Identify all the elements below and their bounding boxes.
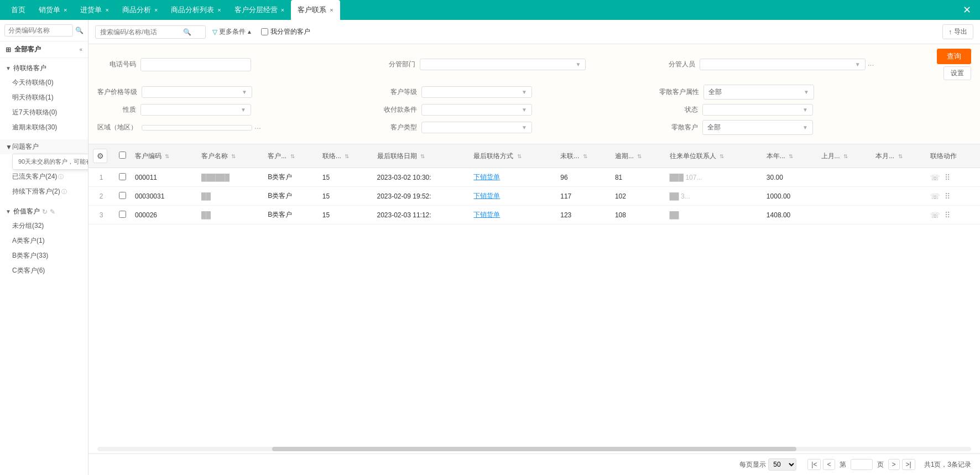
- horizontal-scrollbar[interactable]: [97, 447, 971, 451]
- cell-contact-2: 15: [318, 187, 373, 206]
- cell-actions-3: ☏ ⠿: [926, 206, 980, 225]
- tab-close-purchase-order[interactable]: ×: [105, 7, 108, 13]
- cell-name-2: ██: [197, 187, 263, 206]
- first-page-button[interactable]: |<: [807, 459, 821, 470]
- th-this-year[interactable]: 本年... ⇅: [762, 144, 817, 168]
- tab-close-sales-order[interactable]: ×: [64, 7, 67, 13]
- sidebar-item-today-contact[interactable]: 今天待联络(0): [0, 75, 88, 90]
- sidebar-item-unclassified[interactable]: 未分组(32): [0, 218, 88, 233]
- cell-last-method-3[interactable]: 下销货单: [469, 206, 556, 225]
- th-this-month[interactable]: 本月... ⇅: [871, 144, 926, 168]
- tab-customer-tier[interactable]: 客户分层经营 ×: [228, 0, 291, 20]
- row-check-2[interactable]: [119, 192, 126, 199]
- sidebar-item-overdue-contact[interactable]: 逾期未联络(30): [0, 120, 88, 135]
- person-select[interactable]: ▼: [700, 59, 866, 70]
- payment-select[interactable]: ▼: [421, 104, 532, 116]
- next-page-button[interactable]: >: [888, 459, 900, 470]
- expand-arrow-pending: ▼: [6, 65, 11, 71]
- sidebar-item-7days-contact[interactable]: 近7天待联络(0): [0, 105, 88, 120]
- th-type[interactable]: 客户... ⇅: [263, 144, 318, 168]
- edit-icon[interactable]: ✎: [50, 208, 55, 216]
- prev-page-button[interactable]: <: [823, 459, 835, 470]
- tab-product-analysis[interactable]: 商品分析 ×: [116, 0, 164, 20]
- sidebar-search-icon[interactable]: 🔍: [75, 27, 84, 34]
- customer-grade-select[interactable]: ▼: [421, 86, 532, 98]
- tab-product-analysis-list[interactable]: 商品分析列表 ×: [164, 0, 227, 20]
- filter-settings-button[interactable]: 设置: [943, 66, 971, 80]
- th-code[interactable]: 客户编码 ⇅: [131, 144, 197, 168]
- phone-input[interactable]: [140, 58, 251, 71]
- person-more-icon[interactable]: ···: [868, 60, 874, 69]
- sidebar-item-class-c[interactable]: C类客户(6): [0, 263, 88, 278]
- sidebar-item-declining[interactable]: 持续下滑客户(2) ⓘ: [0, 184, 88, 199]
- my-customers-checkbox[interactable]: 我分管的客户: [261, 27, 310, 36]
- th-name[interactable]: 客户名称 ⇅: [197, 144, 263, 168]
- last-page-button[interactable]: >|: [902, 459, 915, 470]
- table-row: 2 00030031 ██ B类客户 15 2023-02-09 19:52: …: [88, 187, 980, 206]
- cell-last-method-1[interactable]: 下销货单: [469, 168, 556, 187]
- action-chat-icon-2[interactable]: ☏: [930, 192, 940, 201]
- sidebar-item-class-b[interactable]: B类客户(33): [0, 248, 88, 263]
- tab-close-customer-contact[interactable]: ×: [330, 7, 333, 13]
- query-button[interactable]: 查询: [937, 49, 971, 64]
- th-overdue[interactable]: 逾期... ⇅: [611, 144, 665, 168]
- filter-row-3: 性质 ▼ 收付款条件 ▼ 状态: [97, 104, 971, 116]
- group-header-value[interactable]: ▼ 价值客户 ↻ ✎: [0, 203, 88, 218]
- tab-customer-contact[interactable]: 客户联系 ×: [291, 0, 340, 20]
- sidebar-item-churned[interactable]: 已流失客户(24) ⓘ: [0, 169, 88, 184]
- tab-close-product-analysis[interactable]: ×: [154, 7, 158, 13]
- group-header-problem[interactable]: ▼ 问题客户: [0, 139, 88, 154]
- filter-search-icon[interactable]: 🔍: [183, 28, 191, 36]
- tab-close-customer-tier[interactable]: ×: [281, 7, 284, 13]
- per-page-select[interactable]: 50 20 100: [768, 458, 796, 471]
- th-last-month[interactable]: 上月... ⇅: [817, 144, 872, 168]
- th-not-contacted[interactable]: 未联... ⇅: [556, 144, 611, 168]
- group-header-pending-contact[interactable]: ▼ 待联络客户: [0, 60, 88, 75]
- select-all-checkbox[interactable]: [119, 152, 126, 159]
- tab-home[interactable]: 首页: [4, 0, 32, 20]
- my-customers-check[interactable]: [261, 28, 268, 35]
- per-page-selector: 每页显示 50 20 100: [739, 458, 799, 471]
- table-settings-gear[interactable]: ⚙: [93, 149, 107, 163]
- nature-select[interactable]: ▼: [140, 104, 251, 116]
- table-footer: 每页显示 50 20 100 |< < 第 1 页 > >| 共1页，3条记录: [88, 453, 980, 475]
- refresh-icon[interactable]: ↻: [42, 208, 48, 216]
- export-button[interactable]: ↑ 导出: [942, 24, 973, 39]
- dept-select[interactable]: ▼: [420, 59, 586, 70]
- customer-type-select[interactable]: ▼: [421, 122, 532, 133]
- th-last-method[interactable]: 最后联络方式 ⇅: [469, 144, 556, 168]
- sidebar-search-input[interactable]: [4, 24, 73, 36]
- window-close-button[interactable]: ✕: [958, 4, 976, 16]
- dept-chevron-icon: ▼: [575, 61, 581, 67]
- field-payment: 收付款条件 ▼: [378, 104, 646, 116]
- action-more-icon-3[interactable]: ⠿: [945, 211, 950, 220]
- retail-attr-select[interactable]: 全部 ▼: [703, 85, 814, 100]
- region-more-icon[interactable]: ···: [254, 123, 261, 132]
- region-select[interactable]: [142, 125, 252, 131]
- action-chat-icon-1[interactable]: ☏: [930, 173, 940, 182]
- page-number-input[interactable]: 1: [851, 459, 873, 470]
- sidebar-item-tomorrow-contact[interactable]: 明天待联络(1): [0, 90, 88, 105]
- action-more-icon-2[interactable]: ⠿: [945, 192, 950, 201]
- th-last-date[interactable]: 最后联络日期 ⇅: [373, 144, 470, 168]
- tab-close-product-analysis-list[interactable]: ×: [217, 7, 221, 13]
- row-check-3[interactable]: [119, 211, 126, 218]
- more-conditions-button[interactable]: ▽ 更多条件 ▲: [212, 27, 252, 36]
- th-contact-person[interactable]: 往来单位联系人 ⇅: [665, 144, 762, 168]
- tab-sales-order[interactable]: 销货单 ×: [32, 0, 74, 20]
- sidebar-item-class-a[interactable]: A类客户(1): [0, 233, 88, 248]
- th-contact[interactable]: 联络... ⇅: [318, 144, 373, 168]
- collapse-icon[interactable]: «: [79, 46, 82, 53]
- price-tier-select[interactable]: ▼: [142, 86, 252, 98]
- pagination-nav: |< < 第 1 页 > >|: [807, 459, 915, 470]
- all-customers-item[interactable]: ⊞ 全部客户 «: [0, 41, 88, 58]
- filter-search-input[interactable]: [100, 28, 183, 36]
- status-select[interactable]: ▼: [702, 104, 813, 116]
- scrollbar-thumb[interactable]: [272, 447, 796, 451]
- row-check-1[interactable]: [119, 173, 126, 180]
- action-more-icon-1[interactable]: ⠿: [945, 173, 950, 182]
- action-chat-icon-3[interactable]: ☏: [930, 211, 940, 220]
- tab-purchase-order[interactable]: 进货单 ×: [74, 0, 115, 20]
- retail-customer-select[interactable]: 全部 ▼: [702, 120, 813, 135]
- cell-last-method-2[interactable]: 下销货单: [469, 187, 556, 206]
